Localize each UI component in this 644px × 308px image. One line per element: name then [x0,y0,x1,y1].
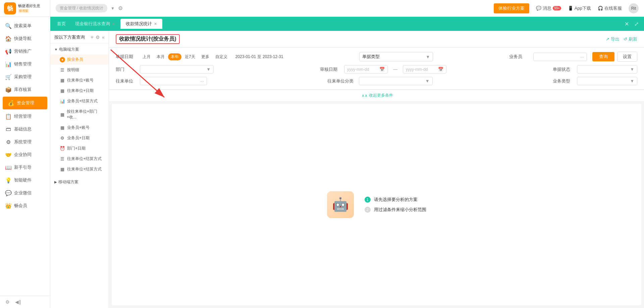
sidebar-item-label: 畅会员 [14,203,27,209]
staff-input[interactable]: ··· [533,53,587,61]
export-btn[interactable]: ↗ 导出 [606,36,620,42]
sidebar-item-enterprise[interactable]: 🤝 企业协同 [0,148,50,161]
empty-content: 🤖 1 请先选择要分析的方案 2 用过滤条件来缩小分析范围 [327,191,426,218]
sidebar-item-guide[interactable]: 📖 新手引导 [0,161,50,174]
hint-item-1: 1 请先选择要分析的方案 [365,197,426,203]
filter-row-2: 部门 ▼ 审核日期 yyyy-mm-dd 📅 — yyyy-mm-dd 📅 [116,65,637,73]
refresh-btn[interactable]: ↺ 刷新 [624,36,637,42]
trial-button[interactable]: 体验行业方案 [494,3,529,13]
dept-label: 部门 [116,66,135,72]
audit-date-to[interactable]: yyyy-mm-dd 📅 [403,65,446,73]
sidebar-nav: 🔍 搜索菜单 🏠 快捷导航 📢 营销推广 📊 销售管理 🛒 采购管理 📦 库存核… [0,17,50,296]
message-area[interactable]: 💬 消息 99+ [536,5,561,11]
scheme-item-partner-settle1[interactable]: ☰ 往来单位+结算方式 [50,154,109,164]
sidebar-item-label: 销售管理 [14,61,32,67]
export-label: 导出 [611,36,620,42]
tab-bank-flow[interactable]: 现金银行流水查询 ✕ [70,19,120,29]
sidebar-collapse-btn[interactable]: ◀‖ [15,299,21,305]
sidebar-bottom: ⚙ ◀‖ [0,296,50,308]
sidebar-item-system[interactable]: ⚙ 系统管理 [0,136,50,148]
app-download-area[interactable]: 📱 App下载 [568,5,591,11]
scheme-item-staff-date[interactable]: ⚙ 业务员+日期 [50,133,109,143]
scheme-collapse-icon[interactable]: « [102,35,105,40]
partner-category-select[interactable]: ▼ [359,77,433,85]
scheme-item-by-detail[interactable]: ☰ 按明细 [50,65,109,75]
sidebar-item-search[interactable]: 🔍 搜索菜单 [0,19,50,32]
scheme-item-dept-date[interactable]: ⏰ 部门+日期 [50,143,109,154]
scheme-item-partner-dept-recv[interactable]: ▦ 按往来单位+部门+收... [50,106,109,122]
date-tab-more[interactable]: 更多 [199,53,212,60]
partner-input[interactable]: ··· [140,77,207,85]
scheme-settings-icon[interactable]: ⚙ [96,35,100,40]
scheme-item-partner-date[interactable]: ▦ 往来单位+日期 [50,86,109,96]
gear-icon[interactable]: ⚙ [118,5,123,11]
audit-date-from[interactable]: yyyy-mm-dd 📅 [344,65,388,73]
message-label: 消息 [543,5,551,11]
tab-bank-flow-close[interactable]: ✕ [112,22,115,26]
breadcrumb: 资金管理 / 收款情况统计 [56,4,107,12]
sidebar-item-inventory[interactable]: 📦 库存核算 [0,83,50,96]
content-area: 按以下方案查询 + ⚙ « ▼ 电脑端方案 ● 按业务员 ☰ [50,31,644,308]
business-type-select[interactable]: ▼ [577,77,637,85]
collapse-label: 收起更多条件 [369,93,393,98]
sidebar-item-label: 新手引导 [14,164,32,170]
page-actions: ↗ 导出 ↺ 刷新 [606,36,637,42]
scheme-item-label: 部门+日期 [67,146,86,151]
scheme-item-partner-account[interactable]: ▦ 往来单位+账号 [50,75,109,86]
scheme-item-staff-account[interactable]: ▦ 业务员+账号 [50,122,109,133]
scheme-group-desktop-title[interactable]: ▼ 电脑端方案 [50,45,109,54]
sidebar-item-marketing[interactable]: 📢 营销推广 [0,45,50,58]
staff-more-icon: ··· [580,54,584,59]
partner-label: 往来单位 [116,78,135,84]
bill-status-select[interactable]: ▼ [577,65,637,73]
bill-type-select[interactable]: 单据类型 ▼ [359,52,433,61]
tab-maximize[interactable]: ⤢ [632,21,641,27]
query-button[interactable]: 查询 [592,52,614,61]
staff-settle-icon: 📊 [60,99,65,104]
filter-row-3: 往来单位 ··· 往来单位分类 ▼ 业务类型 ▼ [116,77,637,85]
scheme-item-by-staff[interactable]: ● 按业务员 [50,54,109,65]
sidebar-item-quicknav[interactable]: 🏠 快捷导航 [0,32,50,45]
scheme-group-desktop: ▼ 电脑端方案 ● 按业务员 ☰ 按明细 ▦ 往来单位+账号 ▦ 往来单位+ [50,43,109,176]
settings-button[interactable]: 设置 [617,52,637,62]
date-tab-thismonth[interactable]: 本月 [154,53,167,60]
tab-receipt-stats[interactable]: 收款情况统计 ✕ [120,19,162,29]
sidebar-logo: 畅 畅捷通好生意 标准版 [0,0,50,17]
sidebar-item-smarthw[interactable]: 💡 智能硬件 [0,174,50,187]
sidebar-settings-btn[interactable]: ⚙ [5,299,10,305]
date-tab-7days[interactable]: 近7天 [182,53,198,60]
sidebar-item-fund[interactable]: 💰 资金管理 [3,97,47,109]
scheme-group-mobile-title[interactable]: ▶ 移动端方案 [50,177,109,187]
business-type-arrow-icon: ▼ [630,79,634,84]
date-tab-thisyear[interactable]: 本年 [168,53,181,60]
empty-state: 🤖 1 请先选择要分析的方案 2 用过滤条件来缩小分析范围 [112,104,641,305]
sidebar-item-operation[interactable]: 📋 经营管理 [0,110,50,123]
scheme-item-label: 往来单位+日期 [67,88,94,94]
staff-account-icon: ▦ [60,125,65,131]
date-tab-custom[interactable]: 自定义 [213,53,230,60]
dept-select[interactable]: ▼ [140,65,214,73]
scheme-item-partner-settle2[interactable]: ▦ 往来单位+结算方式 [50,164,109,174]
sidebar-item-member[interactable]: 👑 畅会员 [0,199,50,212]
online-service-area[interactable]: 🎧 在线客服 [598,5,622,11]
scheme-item-staff-settle[interactable]: 📊 业务员+结算方式 [50,96,109,106]
date-tab-lastmonth[interactable]: 上月 [140,53,153,60]
sidebar-item-wechat[interactable]: 💬 企业微信 [0,187,50,199]
sidebar-item-purchase[interactable]: 🛒 采购管理 [0,70,50,83]
tab-close-all[interactable]: ✕ [622,21,632,27]
header-right: 体验行业方案 💬 消息 99+ 📱 App下载 🎧 在线客服 Rit [494,3,639,13]
by-detail-icon: ☰ [60,67,65,73]
dropdown-icon[interactable]: ▼ [111,6,115,11]
sidebar-item-sales[interactable]: 📊 销售管理 [0,58,50,70]
group-arrow-icon: ▼ [54,48,58,51]
user-avatar[interactable]: Rit [629,3,639,13]
tab-receipt-stats-close[interactable]: ✕ [154,22,157,26]
bill-status-arrow-icon: ▼ [630,67,634,72]
sidebar-item-basic[interactable]: 🗃 基础信息 [0,123,50,136]
sidebar-item-label: 采购管理 [14,74,32,80]
add-scheme-icon[interactable]: + [91,34,94,40]
collapse-bar[interactable]: ∧∧ 收起更多条件 [109,90,644,101]
date-from: 2023-01-01 [235,54,256,59]
audit-date-placeholder1: yyyy-mm-dd [347,67,369,72]
tab-home[interactable]: 首页 [53,19,70,29]
